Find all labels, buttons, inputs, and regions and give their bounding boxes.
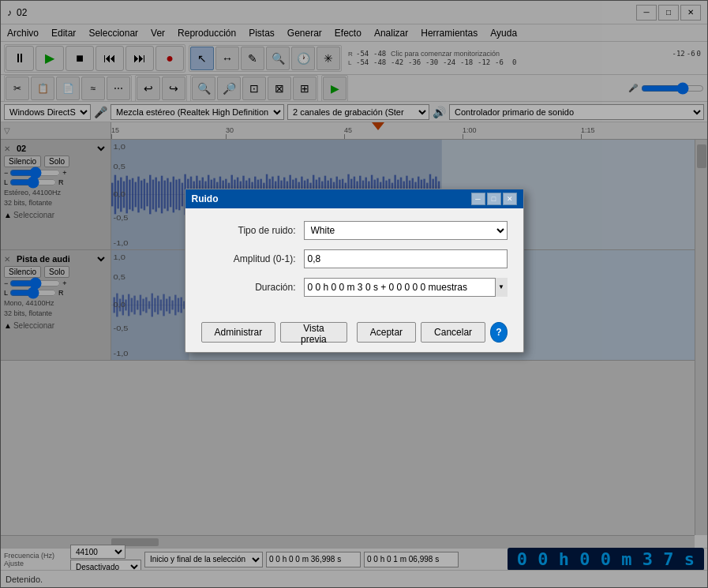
dialog-titlebar: Ruido ─ □ ✕ <box>185 189 523 208</box>
cancel-button[interactable]: Cancelar <box>421 322 485 343</box>
amplitude-label: Amplitud (0-1): <box>201 253 304 264</box>
dialog: Ruido ─ □ ✕ Tipo de ruido: White Pink Br… <box>185 189 524 353</box>
amplitude-control <box>304 249 508 268</box>
duration-control: ▼ <box>304 278 508 297</box>
duration-label: Duración: <box>201 282 304 293</box>
dialog-body: Tipo de ruido: White Pink Brownian Ampli… <box>185 208 523 319</box>
duration-arrow-button[interactable]: ▼ <box>495 278 508 297</box>
dialog-footer: Administrar Vista previa Aceptar Cancela… <box>185 319 523 352</box>
amplitude-input[interactable] <box>304 249 508 268</box>
manage-button[interactable]: Administrar <box>201 322 276 343</box>
noise-type-control: White Pink Brownian <box>304 221 508 240</box>
noise-type-select[interactable]: White Pink Brownian <box>304 221 508 240</box>
dialog-close-button[interactable]: ✕ <box>503 193 517 205</box>
preview-button[interactable]: Vista previa <box>280 322 347 343</box>
amplitude-row: Amplitud (0-1): <box>201 249 508 268</box>
dialog-maximize-button[interactable]: □ <box>487 193 501 205</box>
accept-button[interactable]: Aceptar <box>357 322 416 343</box>
modal-overlay: Ruido ─ □ ✕ Tipo de ruido: White Pink Br… <box>0 0 708 588</box>
noise-type-label: Tipo de ruido: <box>201 225 304 236</box>
duration-row: Duración: ▼ <box>201 278 508 297</box>
dialog-minimize-button[interactable]: ─ <box>471 193 485 205</box>
dialog-win-buttons: ─ □ ✕ <box>471 193 517 205</box>
duration-input[interactable] <box>304 278 508 297</box>
noise-type-row: Tipo de ruido: White Pink Brownian <box>201 221 508 240</box>
dialog-title: Ruido <box>192 193 219 204</box>
help-button[interactable]: ? <box>490 322 507 343</box>
